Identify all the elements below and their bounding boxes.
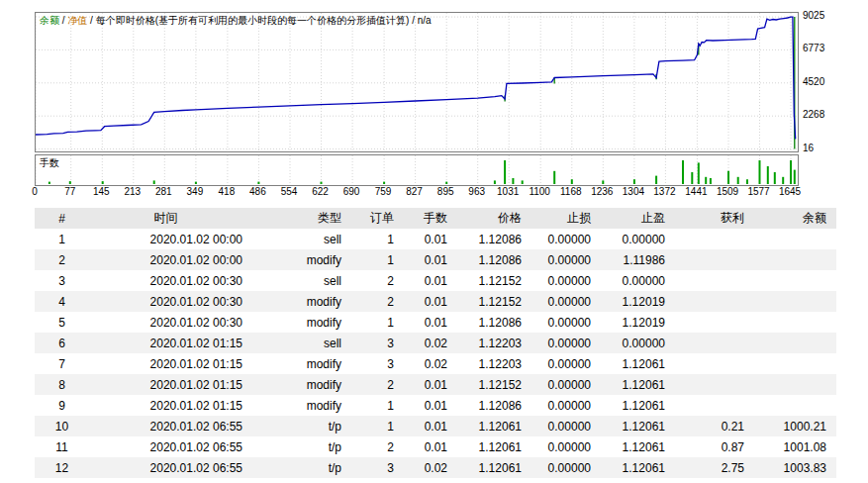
column-header-lots: 手数 [404, 208, 457, 229]
cell: 1.12019 [601, 291, 675, 312]
cell: 1003.83 [754, 457, 836, 478]
table-row: 52020.01.02 00:30modify10.011.120860.000… [35, 312, 836, 333]
cell: 0.00000 [601, 333, 675, 353]
column-header-number: # [35, 208, 89, 229]
chart-legend: 余额 / 净值 / 每个即时价格(基于所有可利用的最小时段的每一个价格的分形插值… [40, 15, 432, 27]
cell: 0.01 [404, 436, 457, 457]
cell: 0.00000 [531, 333, 601, 353]
cell: 0.01 [404, 374, 457, 395]
y-tick-label: 2268 [803, 110, 824, 120]
cell: 2 [351, 436, 404, 457]
cell: 0.02 [404, 353, 457, 374]
table-row: 72020.01.02 01:15modify30.021.122030.000… [35, 353, 836, 374]
cell: 0.00000 [531, 312, 601, 333]
lots-panel-label: 手数 [40, 156, 59, 170]
x-tick-label: 690 [343, 187, 360, 197]
y-tick-label: 9025 [803, 11, 824, 21]
legend-balance-label: 余额 [40, 15, 59, 26]
cell [754, 395, 836, 416]
cell: modify [252, 374, 351, 395]
cell: 8 [35, 374, 89, 395]
cell: 2020.01.02 01:15 [89, 374, 252, 395]
cell: modify [252, 312, 351, 333]
cell [754, 270, 836, 291]
cell: 0.21 [675, 416, 754, 436]
backtest-report: 余额 / 净值 / 每个即时价格(基于所有可利用的最小时段的每一个价格的分形插值… [0, 0, 868, 483]
table-row: 32020.01.02 00:30sell20.011.121520.00000… [35, 270, 836, 291]
cell: 1.12152 [457, 270, 531, 291]
x-tick-label: 1168 [560, 187, 582, 197]
table-header-row: # 时间 类型 订单 手数 价格 止损 止盈 获利 余额 [35, 208, 836, 229]
x-tick-label: 895 [437, 187, 454, 197]
cell: sell [252, 333, 351, 353]
column-header-sl: 止损 [531, 208, 601, 229]
cell: 0.01 [404, 416, 457, 436]
cell: 2020.01.02 01:15 [89, 333, 252, 353]
cell: 0.01 [404, 229, 457, 249]
cell: 0.00000 [601, 229, 675, 249]
cell [754, 312, 836, 333]
cell: 1000.21 [754, 416, 836, 436]
cell [754, 249, 836, 270]
x-tick-label: 1304 [623, 187, 644, 197]
x-tick-label: 281 [155, 187, 172, 197]
cell [675, 249, 754, 270]
cell: 1.12061 [457, 416, 531, 436]
lots-chart [36, 155, 798, 185]
cell: 0.00000 [601, 270, 675, 291]
cell: 1.12061 [601, 457, 675, 478]
cell: 1.12152 [457, 291, 531, 312]
cell [754, 229, 836, 249]
cell: 6 [35, 333, 89, 353]
cell: 1.12019 [601, 312, 675, 333]
cell: 1.12086 [457, 249, 531, 270]
column-header-type: 类型 [252, 208, 351, 229]
cell: 11 [35, 436, 89, 457]
x-tick-label: 1031 [497, 187, 519, 197]
cell: 0.00000 [531, 457, 601, 478]
x-tick-label: 1100 [529, 187, 550, 197]
balance-chart-panel [35, 12, 799, 152]
cell: 2020.01.02 06:55 [89, 436, 252, 457]
table-row: 12020.01.02 00:00sell10.011.120860.00000… [35, 229, 836, 249]
table-row: 112020.01.02 06:55t/p20.011.120610.00000… [35, 436, 836, 457]
cell: 2020.01.02 00:30 [89, 312, 252, 333]
cell: 9 [35, 395, 89, 416]
cell: 0.00000 [531, 353, 601, 374]
cell: modify [252, 353, 351, 374]
legend-separator: / [409, 15, 417, 26]
cell: 2020.01.02 01:15 [89, 353, 252, 374]
cell: t/p [252, 416, 351, 436]
x-tick-label: 1236 [591, 187, 613, 197]
table-row: 102020.01.02 06:55t/p10.011.120610.00000… [35, 416, 836, 436]
cell [754, 333, 836, 353]
x-tick-label: 1645 [779, 187, 801, 197]
cell: 1 [351, 249, 404, 270]
cell: 0.02 [404, 333, 457, 353]
cell: 2 [351, 270, 404, 291]
x-tick-label: 1509 [717, 187, 738, 197]
x-tick-label: 759 [375, 187, 392, 197]
cell [675, 312, 754, 333]
cell: 1 [351, 395, 404, 416]
x-tick-label: 827 [406, 187, 423, 197]
cell: 1.12061 [601, 416, 675, 436]
cell: 1.11986 [601, 249, 675, 270]
cell: modify [252, 249, 351, 270]
cell: 0.01 [404, 312, 457, 333]
cell [675, 395, 754, 416]
cell [675, 374, 754, 395]
cell: 2020.01.02 00:00 [89, 249, 252, 270]
x-tick-label: 145 [93, 187, 110, 197]
cell: 1.12061 [457, 457, 531, 478]
cell: 1.12086 [457, 229, 531, 249]
cell: 2020.01.02 00:00 [89, 229, 252, 249]
cell: sell [252, 229, 351, 249]
column-header-time: 时间 [89, 208, 252, 229]
cell: 0.87 [675, 436, 754, 457]
cell: 1.12061 [601, 374, 675, 395]
column-header-price: 价格 [457, 208, 531, 229]
cell: 2020.01.02 00:30 [89, 270, 252, 291]
x-tick-label: 1372 [653, 187, 675, 197]
table-row: 62020.01.02 01:15sell30.021.122030.00000… [35, 333, 836, 353]
